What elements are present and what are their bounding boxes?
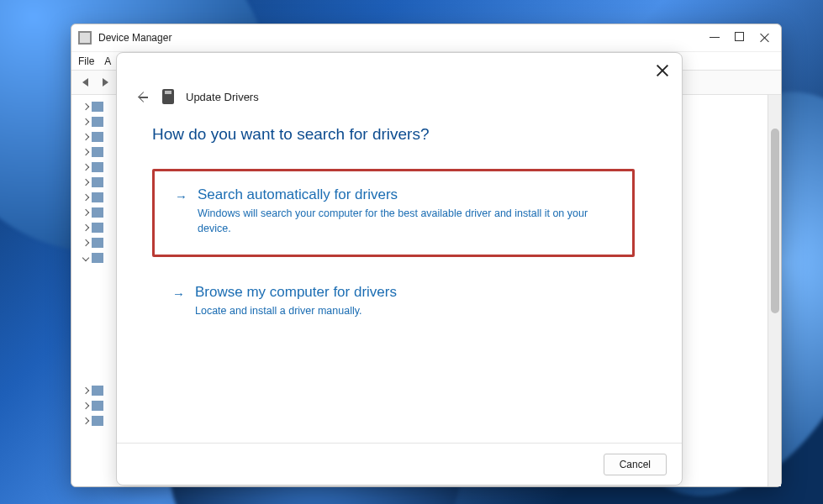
option-title: Search automatically for drivers: [198, 186, 614, 203]
menu-file[interactable]: File: [78, 55, 94, 67]
chevron-right-icon: [82, 417, 89, 424]
devmgr-titlebar: Device Manager: [71, 24, 781, 51]
tree-item[interactable]: [75, 206, 119, 219]
chevron-right-icon: [82, 387, 89, 394]
tree-item[interactable]: [75, 236, 119, 249]
nav-forward-button[interactable]: [97, 74, 113, 91]
tree-item[interactable]: [75, 115, 119, 129]
chevron-right-icon: [82, 224, 89, 231]
device-icon: [92, 162, 103, 172]
scrollbar[interactable]: [768, 95, 781, 486]
dialog-title: Update Drivers: [186, 91, 259, 103]
chevron-right-icon: [82, 149, 89, 155]
dialog-back-button[interactable]: [137, 90, 150, 103]
minimize-button[interactable]: [710, 37, 720, 38]
tree-item[interactable]: [75, 399, 119, 412]
dialog-footer: Cancel: [117, 443, 682, 485]
driver-icon: [162, 89, 174, 104]
tree-item[interactable]: [75, 176, 119, 189]
tree-item[interactable]: [75, 251, 119, 265]
option-title: Browse my computer for drivers: [195, 284, 616, 301]
maximize-button[interactable]: [735, 32, 744, 41]
dialog-question: How do you want to search for drivers?: [152, 125, 635, 144]
devmgr-title: Device Manager: [98, 32, 171, 44]
cancel-button[interactable]: Cancel: [604, 454, 667, 475]
device-icon: [92, 416, 103, 426]
devmgr-app-icon: [78, 31, 92, 45]
device-icon: [92, 117, 103, 127]
chevron-down-icon: [82, 255, 89, 261]
chevron-right-icon: [82, 103, 89, 110]
tree-item[interactable]: [75, 191, 119, 204]
device-icon: [92, 147, 103, 157]
update-drivers-dialog: Update Drivers How do you want to search…: [116, 52, 683, 486]
scrollbar-thumb[interactable]: [771, 129, 779, 313]
chevron-right-icon: [82, 179, 89, 186]
chevron-right-icon: [82, 118, 89, 125]
device-icon: [92, 102, 103, 112]
device-icon: [92, 192, 103, 202]
option-description: Windows will search your computer for th…: [198, 207, 601, 236]
dialog-close-button[interactable]: [655, 63, 670, 78]
option-search-automatically[interactable]: → Search automatically for drivers Windo…: [152, 169, 635, 257]
device-icon: [92, 238, 103, 248]
device-icon: [92, 223, 103, 233]
dialog-content: How do you want to search for drivers? →…: [117, 103, 682, 443]
device-icon: [92, 386, 103, 396]
chevron-right-icon: [82, 134, 89, 140]
tree-item[interactable]: [75, 384, 119, 397]
chevron-right-icon: [82, 402, 89, 409]
tree-item[interactable]: [75, 221, 119, 234]
menu-truncated[interactable]: A: [104, 55, 111, 67]
close-button[interactable]: [759, 32, 771, 44]
device-icon: [92, 132, 103, 142]
device-icon: [92, 207, 103, 218]
tree-item[interactable]: [75, 130, 119, 144]
option-description: Locate and install a driver manually.: [195, 304, 599, 319]
arrow-right-icon: →: [175, 189, 187, 236]
chevron-right-icon: [82, 194, 89, 201]
device-tree[interactable]: [71, 95, 122, 486]
nav-back-button[interactable]: [76, 74, 93, 91]
device-icon: [92, 253, 103, 263]
chevron-right-icon: [82, 209, 89, 216]
arrow-left-icon: [82, 78, 88, 87]
option-browse-computer[interactable]: → Browse my computer for drivers Locate …: [152, 272, 635, 333]
device-icon: [92, 401, 103, 411]
chevron-right-icon: [82, 239, 89, 246]
dialog-header: Update Drivers: [117, 53, 682, 103]
tree-item[interactable]: [75, 145, 119, 159]
tree-item[interactable]: [75, 160, 119, 174]
device-icon: [92, 177, 103, 187]
arrow-right-icon: [103, 78, 108, 87]
tree-item[interactable]: [75, 100, 119, 113]
arrow-right-icon: →: [172, 286, 185, 319]
chevron-right-icon: [82, 164, 89, 171]
tree-item[interactable]: [75, 414, 119, 428]
